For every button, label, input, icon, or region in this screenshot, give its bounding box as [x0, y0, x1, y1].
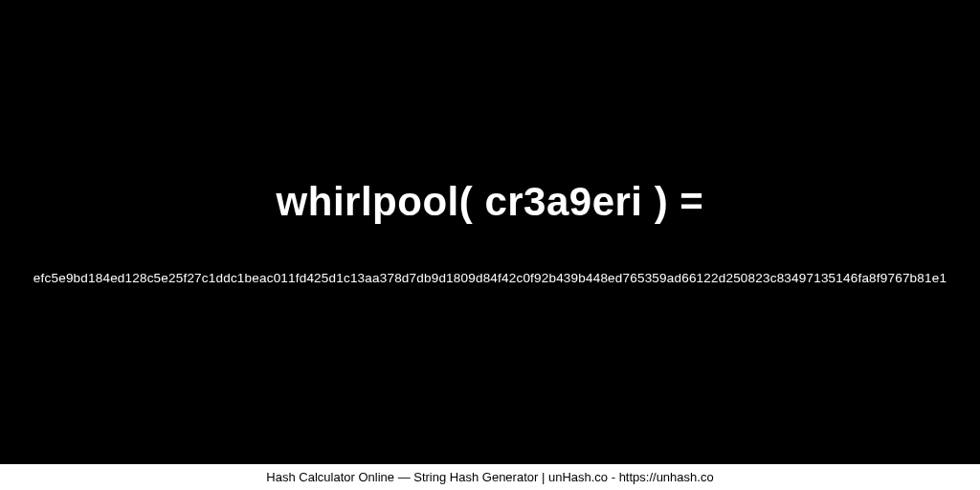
footer-bar: Hash Calculator Online — String Hash Gen… — [0, 464, 980, 490]
hash-expression-heading: whirlpool( cr3a9eri ) = — [277, 179, 704, 225]
hash-output-value: efc5e9bd184ed128c5e25f27c1ddc1beac011fd4… — [33, 271, 947, 285]
footer-text: Hash Calculator Online — String Hash Gen… — [266, 470, 713, 484]
main-content: whirlpool( cr3a9eri ) = efc5e9bd184ed128… — [0, 0, 980, 464]
